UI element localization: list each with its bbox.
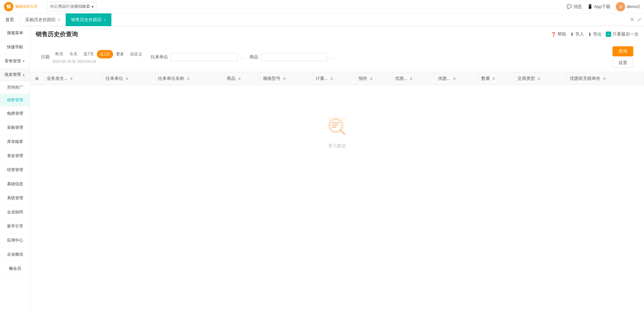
header-right: 💬 消息 📱 App下载 d demo2	[567, 2, 640, 11]
close-window-icon[interactable]: ✕	[630, 16, 634, 23]
th-quantity-label: 数量	[481, 76, 490, 81]
th-unit[interactable]: 计量...	[313, 72, 356, 85]
th-discount2-label: 优惠...	[438, 76, 450, 81]
empty-text: 暂元数据	[328, 143, 346, 149]
new-guide-label: 新手引导	[7, 223, 23, 229]
help-button[interactable]: ❓ 帮助	[551, 31, 566, 37]
sidebar-item-new-guide[interactable]: 新手引导	[0, 219, 30, 234]
settings-button[interactable]: 设置	[612, 58, 633, 68]
th-discount1[interactable]: 优惠...	[392, 72, 435, 85]
purchase-label: 采购管理	[7, 125, 23, 131]
import-label: 导入	[575, 31, 584, 37]
user-menu[interactable]: d demo2	[616, 2, 640, 11]
tab-sales-close-icon[interactable]: ×	[104, 17, 106, 22]
sidebar-item-finance[interactable]: 资金管理	[0, 149, 30, 163]
wholesale-mgmt-arrow: ▲	[22, 73, 25, 76]
th-price[interactable]: 报价	[356, 72, 392, 85]
import-button[interactable]: ⬆ 导入	[570, 31, 584, 37]
only-last-once[interactable]: ✓ 只看最后一次	[606, 31, 639, 37]
sidebar-item-enterprise-wechat[interactable]: 企业微信	[0, 248, 30, 262]
th-quantity[interactable]: 数量	[478, 72, 515, 85]
filter-bar: 日期 昨天 今天 近7天 近1月 更多 自定义 2023-02-18 至 202…	[36, 42, 639, 72]
th-pretax-price-label: 优惠前无税单价	[570, 76, 600, 81]
th-product[interactable]: 商品	[224, 72, 260, 85]
query-button[interactable]: 查询	[612, 46, 633, 56]
app-download-icon: 📱	[587, 4, 593, 9]
vip-label: 畅会员	[9, 266, 21, 271]
sort-unit-icon	[330, 77, 333, 80]
sidebar-item-system[interactable]: 系统管理	[0, 191, 30, 205]
sidebar-item-retail-mgmt[interactable]: 零售管理 ▼	[0, 54, 30, 68]
tab-home-label: 首页	[5, 17, 14, 23]
sort-discount1-icon	[410, 77, 413, 80]
th-trade-type-label: 交易类型	[518, 76, 535, 81]
tab-purchase-history[interactable]: 采购历史价跟踪 ×	[20, 13, 66, 26]
th-partner-name[interactable]: 往来单位名称	[155, 72, 224, 85]
svg-rect-4	[332, 126, 336, 127]
sidebar-item-ecommerce[interactable]: 电商管理	[0, 107, 30, 121]
product-filter-group: 商品 ...	[250, 53, 334, 61]
th-spec[interactable]: 规格型号	[260, 72, 313, 85]
th-discount1-label: 优惠...	[395, 76, 408, 81]
only-last-checkbox[interactable]: ✓	[606, 32, 611, 37]
date-last7days[interactable]: 近7天	[80, 50, 97, 58]
enterprise-wechat-label: 企业微信	[7, 252, 23, 257]
retail-mgmt-arrow: ▼	[22, 59, 25, 63]
message-button[interactable]: 💬 消息	[567, 4, 582, 10]
main-layout: 搜索菜单 快捷导航 零售管理 ▼ 批发管理 ▲ 营销推广 销售管理 电商管理 采…	[0, 26, 644, 310]
sidebar-item-purchase[interactable]: 采购管理	[0, 121, 30, 135]
date-custom[interactable]: 自定义	[127, 50, 145, 58]
sidebar-item-marketing[interactable]: 营销推广	[0, 81, 30, 94]
sidebar-item-operations[interactable]: 经营管理	[0, 163, 30, 177]
finance-label: 资金管理	[7, 153, 23, 159]
svg-point-7	[346, 122, 347, 124]
sidebar-item-basic-info[interactable]: 基础信息	[0, 177, 30, 191]
th-gear[interactable]: ⚙	[30, 72, 44, 85]
sidebar-item-wholesale-mgmt[interactable]: 批发管理 ▲	[0, 68, 30, 81]
app-download-button[interactable]: 📱 App下载	[587, 4, 610, 10]
product-input[interactable]	[261, 53, 328, 61]
th-trade-type[interactable]: 交易类型	[515, 72, 567, 85]
page-title-row: 销售历史价查询 ❓ 帮助 ⬆ 导入 ⬇ 导出 ✓	[36, 30, 639, 38]
help-label: 帮助	[557, 31, 566, 37]
product-dots[interactable]: ...	[331, 55, 334, 60]
top-header: 畅 畅捷信好生意 办公用品行业模拟账套 ▾ 💬 消息 📱 App下载 d dem…	[0, 0, 644, 13]
sidebar-item-inventory[interactable]: 库存核算	[0, 135, 30, 149]
supplier-dots[interactable]: ...	[240, 55, 244, 60]
svg-rect-2	[332, 122, 340, 123]
inventory-label: 库存核算	[7, 139, 23, 145]
filter-actions: 查询 设置	[612, 46, 633, 68]
th-biz-date[interactable]: 业务发生...	[44, 72, 103, 85]
date-today[interactable]: 今天	[66, 50, 80, 58]
date-more[interactable]: 更多	[113, 50, 127, 58]
date-last1month[interactable]: 近1月	[97, 50, 113, 58]
sidebar-item-app-center[interactable]: 应用中心	[0, 234, 30, 248]
sidebar-item-search-menu[interactable]: 搜索菜单	[0, 26, 30, 40]
table-container: ⚙ 业务发生... 往来单位	[30, 72, 644, 310]
th-partner-code[interactable]: 往来单位	[103, 72, 155, 85]
svg-point-8	[328, 118, 330, 120]
tab-sales-history[interactable]: 销售历史价跟踪 ×	[66, 13, 112, 26]
tab-purchase-close-icon[interactable]: ×	[58, 17, 60, 22]
sidebar-item-sales-mgmt[interactable]: 销售管理	[0, 94, 30, 107]
sidebar-item-vip[interactable]: 畅会员	[0, 262, 30, 276]
th-discount2[interactable]: 优惠...	[435, 72, 478, 85]
sidebar-item-enterprise-collab[interactable]: 企业协同	[0, 205, 30, 219]
th-spec-label: 规格型号	[263, 76, 280, 81]
ecommerce-label: 电商管理	[7, 111, 23, 116]
basic-info-label: 基础信息	[7, 181, 23, 187]
page-title: 销售历史价查询	[36, 30, 78, 38]
only-last-label: 只看最后一次	[612, 31, 639, 37]
date-yesterday[interactable]: 昨天	[52, 50, 66, 58]
logo-area: 畅 畅捷信好生意	[4, 2, 38, 11]
system-label: 系统管理	[7, 195, 23, 201]
th-pretax-price[interactable]: 优惠前无税单价	[567, 72, 644, 85]
sidebar-item-quick-nav[interactable]: 快捷导航	[0, 40, 30, 54]
app-selector[interactable]: 办公用品行业模拟账套 ▾	[47, 2, 97, 11]
export-button[interactable]: ⬇ 导出	[588, 31, 602, 37]
tab-home[interactable]: 首页	[0, 13, 20, 26]
quick-nav-label: 快捷导航	[7, 44, 23, 50]
maximize-window-icon[interactable]: ⤢	[637, 16, 641, 23]
supplier-input[interactable]	[171, 53, 238, 61]
product-filter-label: 商品	[250, 54, 258, 60]
